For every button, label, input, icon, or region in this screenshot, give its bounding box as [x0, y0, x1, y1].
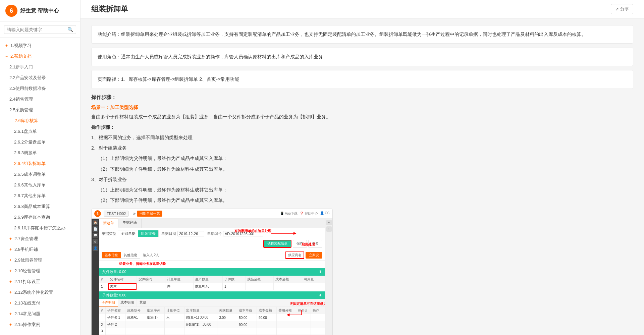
path-block: 页面路径：1、库存核算->库存管理->组装拆卸单 2、首页->常用功能 — [91, 70, 633, 89]
parent-section-header: 父件数量: 0.00 ⬆ — [99, 268, 325, 276]
help-icon: ❓ 帮助中心 — [300, 211, 318, 216]
child-section-header: 子件数量: 0.00 ⬇ — [99, 291, 325, 299]
plus-icon5: + — [9, 269, 12, 273]
sidebar-item-help-docs[interactable]: −2.帮助文档 — [0, 51, 80, 62]
mini-home-icon[interactable]: 🏠 — [93, 220, 98, 225]
sidebar-item-newcomer[interactable]: 2.1新手入门 — [0, 62, 80, 72]
sidebar-item-payment[interactable]: +2.13在线支付 — [0, 298, 80, 309]
parent-section: 父件数量: 0.00 ⬆ # 父件名称 父件编码 计量单位 生产数量 — [99, 268, 325, 290]
child-row-2: 2 子件 2 ((数量*1)…30.00 90.00 — [99, 321, 325, 328]
search-input[interactable] — [7, 27, 67, 32]
plus-icon4: + — [9, 258, 12, 263]
step2-sub1: （1）上部明细为父件明细，最终作为产成品生成其它入库单； — [91, 154, 633, 163]
logo-icon: 6 — [5, 5, 17, 17]
chrome-icons: 📱 App下载 ❓ 帮助中心 👤 CC — [280, 211, 330, 216]
share-button[interactable]: ↗ 分享 — [611, 4, 633, 14]
sidebar-item-inbound[interactable]: 2.6.6其他入库单 — [0, 180, 80, 190]
plus-icon2: + — [9, 236, 12, 241]
logo-area: 6 好生意 帮助中心 — [0, 0, 80, 22]
plus-icon9: + — [9, 312, 12, 316]
child-section-title: 子件数量: 0.00 — [102, 293, 126, 298]
search-icon[interactable]: 🔍 — [67, 27, 73, 32]
sidebar-item-install[interactable]: 2.2产品安装及登录 — [0, 72, 80, 83]
sidebar-item-cost-recalc[interactable]: 2.6.8商品成本重算 — [0, 201, 80, 212]
form-type-select: 全部单据 组装业务 — [118, 230, 159, 237]
step3: 3、对于拆装业务 — [91, 175, 633, 184]
new-document-btn[interactable]: 同期单据一览 — [137, 211, 162, 217]
type-opt-assembly[interactable]: 组装业务 — [138, 230, 158, 237]
form-main: 新建单 单据列表 单据类型 全部单据 组装业务 — [99, 219, 325, 335]
mini-doc-icon[interactable]: 📄 — [93, 226, 98, 232]
sub-action-row: 基本信息 其他信息 输入人 2人 组装业务、拆卸业务在这里切换 供应商名 立家安… — [99, 250, 325, 261]
sidebar-item-purchase[interactable]: 2.5采购管理 — [0, 105, 80, 115]
chrome-address: TEST-H002 — [104, 211, 129, 217]
mini-settings-icon[interactable]: ⚙ — [93, 239, 98, 244]
step3-sub2: （2）下部明细为子件明细，最终作为产成品生成其它入库单。 — [91, 196, 633, 205]
sidebar-item-faq[interactable]: +2.14常见问题 — [0, 309, 80, 319]
search-area: 🔍 — [0, 22, 80, 38]
sidebar-item-print[interactable]: +2.11打印设置 — [0, 276, 80, 287]
sidebar-item-ops[interactable]: +2.10经营管理 — [0, 266, 80, 276]
sidebar-item-video[interactable]: +1.视频学习 — [0, 40, 80, 51]
brand-name: 好生意 帮助中心 — [20, 7, 59, 14]
sidebar-item-cost-adjust[interactable]: 2.6.5成本调整单 — [0, 169, 80, 180]
sidebar-item-cases[interactable]: +2.15操作案例 — [0, 319, 80, 330]
step2-sub2: （2）下部明细为子件明细，最终作为原材料生成其它出库单。 — [91, 165, 633, 173]
sidebar-item-ledger-error[interactable]: 2.6.10库存账本错了怎么办 — [0, 223, 80, 233]
child-tab-cost[interactable]: 成本明细 — [118, 299, 137, 306]
share-icon: ↗ — [615, 7, 619, 12]
tab-new[interactable]: 新建单 — [99, 219, 118, 228]
sidebar-item-outbound[interactable]: 2.6.7其他出库单 — [0, 190, 80, 201]
sidebar-item-inventory[interactable]: −2.6库存核算 — [0, 115, 80, 126]
type-opt-all[interactable]: 全部单据 — [118, 230, 138, 237]
form-date-value[interactable]: 2019-12-26 — [177, 231, 204, 236]
step2: 2、对于组装业务 — [91, 144, 633, 152]
annotation-bom: 有装配清单的在这里处理 — [234, 229, 271, 233]
mini-chat-icon[interactable]: 💬 — [93, 233, 98, 238]
scenario1-desc: 当由多个子件材料组装成一个成品的业务为【组装】业务，当由一个父件拆分成多个子产品… — [91, 113, 633, 121]
right-icon-1[interactable]: + — [326, 220, 332, 225]
plus-icon3: + — [9, 247, 12, 252]
child-tab-other[interactable]: 其他 — [137, 299, 149, 306]
form-header: 单据类型 全部单据 组装业务 单据日期 2019-12-26 单据编号 — [99, 228, 325, 250]
chrome-nav-icon: ⟳ — [133, 212, 136, 216]
right-icon-2[interactable]: ↕ — [326, 226, 332, 232]
path-text: 页面路径：1、库存核算->库存管理->组装拆卸单 2、首页->常用功能 — [98, 76, 239, 82]
sidebar-item-sales[interactable]: 2.4销售管理 — [0, 94, 80, 105]
arrow-no-bom — [285, 308, 305, 319]
right-mini-sidebar: + ↕ — [325, 219, 332, 335]
content-area: 功能介绍：组装拆卸单用来处理企业组装或拆卸等加工业务，支持有固定装配清单的产品加… — [80, 18, 644, 335]
sidebar-item-data-prep[interactable]: 2.3使用前数据准备 — [0, 83, 80, 94]
sidebar-item-partial-stocktake[interactable]: 2.6.2分量盘点单 — [0, 137, 80, 148]
sidebar-item-ledger-query[interactable]: 2.6.9库存账本查询 — [0, 212, 80, 223]
form-date-field: 单据日期 2019-12-26 — [161, 231, 204, 236]
enable-btn[interactable]: 立家安 — [306, 252, 322, 259]
sidebar-item-customize[interactable]: +2.12系统个性化设置 — [0, 287, 80, 298]
enable-input[interactable]: 供应商名 — [285, 252, 304, 259]
scenario1-title: 场景一：加工类型选择 — [91, 105, 633, 111]
parent-table-row: 1 关木 件 数量=1只 1 — [99, 283, 325, 290]
mini-user-icon[interactable]: 👤 — [93, 245, 98, 251]
sidebar-item-mobile[interactable]: +2.8手机旺铺 — [0, 244, 80, 255]
sidebar-item-finance[interactable]: +2.7资金管理 — [0, 233, 80, 244]
sidebar-item-stocktake[interactable]: 2.6.1盘点单 — [0, 126, 80, 137]
sidebar-item-assembly[interactable]: 2.6.4组装拆卸单 — [0, 158, 80, 169]
main-content: 组装拆卸单 ↗ 分享 功能介绍：组装拆卸单用来处理企业组装或拆卸等加工业务，支持… — [80, 0, 644, 335]
sidebar-item-transfer[interactable]: 2.6.3调拨单 — [0, 148, 80, 158]
annotation-type-switch: 组装业务、拆卸业务在这里切换 — [119, 262, 166, 266]
annotation-no-bom: 无固定清单可在这里录入 — [290, 301, 325, 306]
child-tab-detail[interactable]: 子件明细 — [99, 299, 118, 306]
sub-tab-extra[interactable]: 其他信息 — [121, 252, 140, 258]
tab-list[interactable]: 单据列表 — [118, 219, 142, 228]
form-type-field: 单据类型 全部单据 组装业务 — [102, 230, 159, 237]
plus-icon7: + — [9, 290, 12, 295]
sidebar-item-coupon[interactable]: +2.9优惠券管理 — [0, 255, 80, 266]
annotation-arrow1 — [271, 230, 298, 238]
chrome-top-bar: 6 TEST-H002 ⟳ 同期单据一览 📱 App下载 ❓ 帮助中心 👤 CC — [92, 209, 332, 219]
sub-tab-basic[interactable]: 基本信息 — [102, 252, 121, 258]
step1: 1、根据不同的业务，选择不同单据的类型来处理 — [91, 133, 633, 142]
operation-title: 操作步骤： — [91, 94, 633, 101]
input-count: 输入人 2人 — [143, 253, 159, 258]
select-bom-button[interactable]: 选择装配清单 — [263, 240, 291, 248]
app-layout: 🏠 📄 💬 ⚙ 👤 新建单 单据列表 — [92, 219, 332, 335]
